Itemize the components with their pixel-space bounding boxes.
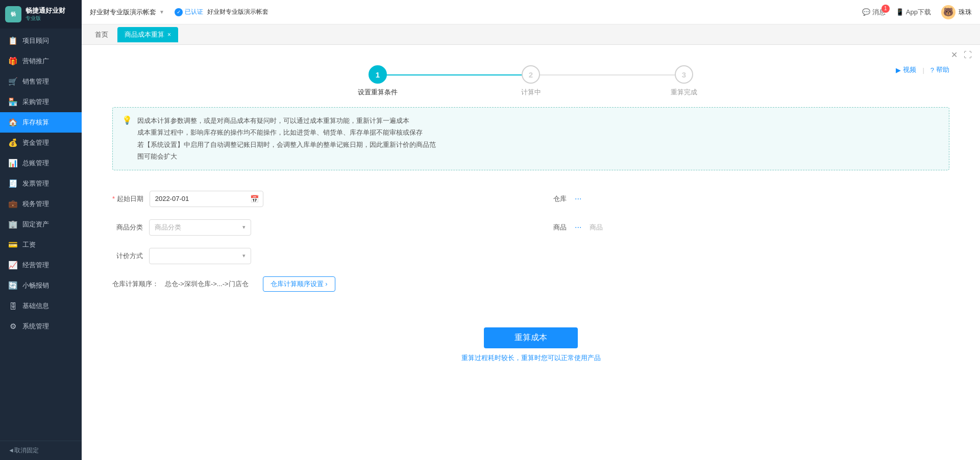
app-download-button[interactable]: 📱 App下载 [896, 8, 931, 17]
pricing-group: 计价方式 ▾ [112, 248, 526, 264]
assets-icon: 🏢 [8, 220, 17, 229]
step-2-circle: 2 [522, 65, 540, 84]
sidebar: 畅 畅捷通好业财 专业版 📋 项目顾问 🎁 营销推广 🛒 销售管理 🏪 采购管理… [0, 0, 82, 460]
step-2-label: 计算中 [521, 88, 541, 97]
account-selector[interactable]: 好业财专业版演示帐套 ▼ [90, 8, 164, 17]
start-date-input[interactable] [150, 191, 246, 207]
account-chevron-icon: ▼ [159, 9, 164, 15]
form-row-1: * 起始日期 📅 仓库 ··· [112, 191, 949, 207]
pricing-label: 计价方式 [112, 251, 143, 261]
sidebar-title: 畅捷通好业财 [26, 7, 65, 15]
sales-icon: 🛒 [8, 77, 17, 86]
tabs-bar: 首页 商品成本重算 × [82, 24, 980, 45]
tab-home[interactable]: 首页 [88, 27, 115, 42]
purchase-icon: 🏪 [8, 97, 17, 107]
form-row-2: 商品分类 商品分类 ▾ 商品 ··· 商品 [112, 219, 949, 236]
stepper-container: 1 设置重算条件 2 计算中 3 重算完成 [82, 45, 980, 107]
start-date-input-wrapper: 📅 [150, 191, 263, 207]
basic-icon: 🗄 [8, 302, 17, 311]
ledger-icon: 📊 [8, 159, 17, 168]
sidebar-item-expense[interactable]: 🔄 小畅报销 [0, 275, 82, 296]
category-label: 商品分类 [112, 223, 143, 232]
step-3-label: 重算完成 [671, 88, 697, 97]
sidebar-item-finance[interactable]: 💰 资金管理 [0, 133, 82, 153]
step-2-line [531, 74, 684, 75]
goods-label: 商品 [536, 223, 567, 232]
step-1-line [378, 74, 531, 75]
invoice-icon: 🧾 [8, 179, 17, 188]
sidebar-subtitle: 专业版 [26, 15, 65, 22]
goods-picker[interactable]: ··· [573, 223, 583, 232]
step-1: 1 设置重算条件 [301, 65, 454, 97]
play-icon: ▶ [896, 66, 901, 74]
warehouse-order-settings-button[interactable]: 仓库计算顺序设置 › [263, 276, 335, 292]
project-icon: 📋 [8, 36, 17, 45]
system-icon: ⚙ [8, 322, 17, 331]
user-profile[interactable]: 🐻 珠珠 [941, 5, 972, 19]
calendar-icon[interactable]: 📅 [246, 195, 263, 203]
sidebar-item-operation[interactable]: 📈 经营管理 [0, 255, 82, 275]
warehouse-order-row: 仓库计算顺序： 总仓->深圳仓库->...->门店仓 仓库计算顺序设置 › [112, 276, 949, 292]
content-area: ✕ ⛶ 1 设置重算条件 2 计算中 [82, 45, 980, 460]
warehouse-picker[interactable]: ··· [573, 194, 583, 203]
warehouse-group: 仓库 ··· [536, 194, 949, 203]
category-select[interactable]: 商品分类 ▾ [149, 219, 251, 236]
payroll-icon: 💳 [8, 240, 17, 249]
message-badge: 1 [881, 5, 890, 13]
sidebar-item-basic[interactable]: 🗄 基础信息 [0, 296, 82, 316]
sidebar-item-sales[interactable]: 🛒 销售管理 [0, 71, 82, 92]
sidebar-item-inventory[interactable]: 🏠 库存核算 [0, 112, 82, 133]
question-icon: ? [930, 66, 934, 74]
tab-close-icon[interactable]: × [167, 31, 171, 38]
stepper: 1 设置重算条件 2 计算中 3 重算完成 [301, 65, 761, 97]
sidebar-nav: 📋 项目顾问 🎁 营销推广 🛒 销售管理 🏪 采购管理 🏠 库存核算 💰 资金管… [0, 29, 82, 441]
help-links: ▶ 视频 | ? 帮助 [896, 65, 949, 74]
form-row-3: 计价方式 ▾ [112, 248, 949, 264]
message-icon: 💬 [862, 8, 870, 16]
info-box: 💡 因成本计算参数调整，或是对商品成本有疑问时，可以通过成本重算功能，重新计算一… [112, 107, 949, 170]
topbar-right: 💬 消息 1 📱 App下载 🐻 珠珠 [862, 5, 972, 19]
sidebar-item-marketing[interactable]: 🎁 营销推广 [0, 51, 82, 71]
finance-icon: 💰 [8, 138, 17, 147]
step-3: 3 重算完成 [607, 65, 761, 97]
step-2: 2 计算中 [454, 65, 607, 97]
main-area: 好业财专业版演示帐套 ▼ ✓ 已认证 好业财专业版演示帐套 💬 消息 1 📱 A… [82, 0, 980, 460]
sidebar-item-tax[interactable]: 💼 税务管理 [0, 194, 82, 214]
tab-cost-recalc[interactable]: 商品成本重算 × [117, 27, 178, 42]
account-name: 好业财专业版演示帐套 [90, 8, 156, 17]
topbar: 好业财专业版演示帐套 ▼ ✓ 已认证 好业财专业版演示帐套 💬 消息 1 📱 A… [82, 0, 980, 24]
category-group: 商品分类 商品分类 ▾ [112, 219, 526, 236]
goods-group: 商品 ··· 商品 [536, 223, 949, 232]
recalc-button[interactable]: 重算成本 [484, 327, 578, 348]
window-controls: ✕ ⛶ [951, 50, 972, 60]
sidebar-item-payroll[interactable]: 💳 工资 [0, 235, 82, 255]
chevron-down-icon: ▾ [242, 224, 246, 231]
video-link[interactable]: ▶ 视频 [896, 65, 916, 74]
operation-icon: 📈 [8, 261, 17, 270]
pricing-select[interactable]: ▾ [149, 248, 251, 264]
sidebar-item-project[interactable]: 📋 项目顾问 [0, 31, 82, 51]
expand-icon[interactable]: ⛶ [964, 50, 972, 60]
close-icon[interactable]: ✕ [951, 50, 958, 60]
recalc-hint: 重算过程耗时较长，重算时您可以正常使用产品 [461, 353, 601, 363]
warehouse-order-value: 总仓->深圳仓库->...->门店仓 [165, 279, 249, 289]
pricing-chevron-icon: ▾ [242, 252, 246, 259]
message-button[interactable]: 💬 消息 1 [862, 8, 886, 17]
inventory-icon: 🏠 [8, 118, 17, 127]
warehouse-label: 仓库 [536, 194, 567, 203]
warehouse-order-label: 仓库计算顺序： [112, 279, 159, 289]
sidebar-item-assets[interactable]: 🏢 固定资产 [0, 214, 82, 235]
sidebar-item-system[interactable]: ⚙ 系统管理 [0, 316, 82, 337]
sidebar-item-purchase[interactable]: 🏪 采购管理 [0, 92, 82, 112]
step-1-circle: 1 [369, 65, 387, 84]
sidebar-item-ledger[interactable]: 📊 总账管理 [0, 153, 82, 173]
sidebar-item-invoice[interactable]: 🧾 发票管理 [0, 173, 82, 194]
avatar: 🐻 [941, 5, 955, 19]
expense-icon: 🔄 [8, 281, 17, 290]
start-date-group: * 起始日期 📅 [112, 191, 526, 207]
info-text: 因成本计算参数调整，或是对商品成本有疑问时，可以通过成本重算功能，重新计算一遍成… [137, 115, 436, 163]
sidebar-unpin[interactable]: ◄取消固定 [0, 441, 82, 460]
form-container: * 起始日期 📅 仓库 ··· 商品分类 [82, 186, 980, 322]
help-link[interactable]: ? 帮助 [930, 65, 949, 74]
step-1-label: 设置重算条件 [358, 88, 398, 97]
